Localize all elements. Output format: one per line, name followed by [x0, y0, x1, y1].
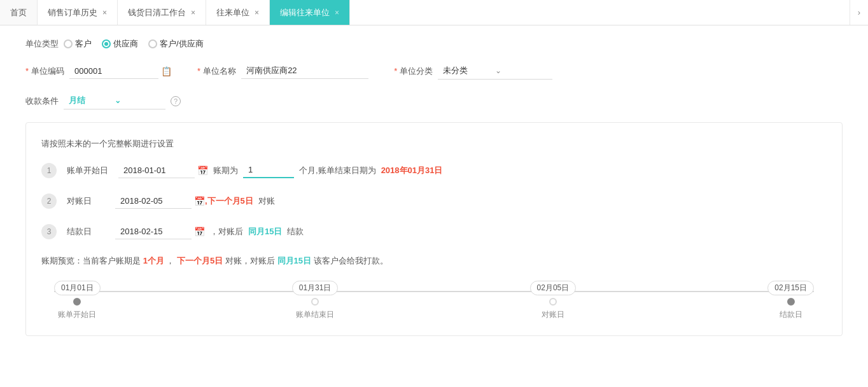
- unit-name-input[interactable]: [241, 64, 368, 79]
- timeline-point-4: 02月15日 结款日: [767, 281, 814, 320]
- unit-type-row: 单位类型 客户 供应商 客户/供应商: [25, 38, 843, 50]
- unit-code-star: *: [25, 66, 29, 76]
- tab-close-edit[interactable]: ×: [335, 8, 339, 17]
- preview-teal: 同月15日: [277, 256, 311, 265]
- tab-edit-partner[interactable]: 编辑往来单位 ×: [270, 0, 350, 25]
- panel-title: 请按照未来的一个完整帐期进行设置: [41, 138, 827, 150]
- radio-circle-supplier: [102, 39, 111, 48]
- tab-home-label: 首页: [10, 7, 27, 18]
- tab-sales-order-history[interactable]: 销售订单历史 ×: [38, 0, 118, 25]
- timeline-badge-3: 02月05日: [530, 281, 577, 295]
- radio-circle-both: [148, 39, 157, 48]
- preview-orange1: 1个月: [143, 256, 164, 265]
- step-2-orange: ,下一个月5日: [205, 195, 253, 207]
- step-row-1: 1 账单开始日 📅 账期为 个月,账单结束日期为 2018年01月31日: [41, 162, 827, 178]
- preview-text: 账期预览：当前客户账期是 1个月 ， 下一个月5日 对账，对账后 同月15日 该…: [41, 255, 827, 268]
- step-3-teal: 同月15日: [248, 226, 282, 237]
- radio-customer-label: 客户: [75, 38, 92, 50]
- step-label-1: 账单开始日: [67, 165, 108, 176]
- step-period-value[interactable]: [243, 162, 294, 178]
- collection-dropdown[interactable]: 月结 ⌄: [64, 92, 165, 109]
- unit-class-star: *: [394, 66, 397, 76]
- main-content: 单位类型 客户 供应商 客户/供应商 * 单位编码 📋 * 单位名称: [0, 25, 868, 387]
- chevron-down-icon: ⌄: [495, 66, 547, 75]
- radio-both[interactable]: 客户/供应商: [148, 38, 204, 50]
- radio-supplier[interactable]: 供应商: [102, 38, 138, 50]
- step-num-3: 3: [41, 224, 57, 239]
- tabs-bar: 首页 销售订单历史 × 钱货日清工作台 × 往来单位 × 编辑往来单位 × ›: [0, 0, 868, 25]
- unit-code-field: * 单位编码 📋: [25, 64, 172, 79]
- unit-class-label: 单位分类: [400, 66, 433, 77]
- collection-value: 月结: [69, 95, 115, 106]
- tab-label: 钱货日清工作台: [128, 7, 186, 18]
- timeline-dot-4: [787, 298, 795, 306]
- unit-class-dropdown[interactable]: 未分类 ⌄: [438, 62, 552, 80]
- unit-info-row: * 单位编码 📋 * 单位名称 * 单位分类 未分类 ⌄: [25, 62, 843, 80]
- timeline-sublabel-2: 账单结束日: [296, 309, 334, 320]
- timeline-sublabel-1: 账单开始日: [58, 309, 96, 320]
- timeline-point-1: 01月01日 账单开始日: [54, 281, 101, 320]
- step-date-2[interactable]: [115, 194, 192, 209]
- timeline-dot-2: [311, 298, 319, 306]
- timeline: 01月01日 账单开始日 01月31日 账单结束日 02月05日 对账日: [41, 281, 827, 320]
- step-period-unit: 个月,账单结束日期为: [299, 165, 376, 176]
- radio-both-label: 客户/供应商: [160, 38, 204, 50]
- step-date-3[interactable]: [115, 224, 192, 239]
- step-end-date-highlight: 2018年01月31日: [381, 165, 443, 176]
- unit-code-input[interactable]: [69, 64, 158, 79]
- unit-name-star: *: [197, 66, 200, 76]
- unit-classification-field: * 单位分类 未分类 ⌄: [394, 62, 552, 80]
- tab-label: 编辑往来单位: [280, 7, 330, 18]
- calendar-icon-2[interactable]: 📅: [194, 196, 205, 206]
- timeline-point-2: 01月31日 账单结束日: [292, 281, 339, 320]
- copy-icon[interactable]: 📋: [161, 66, 172, 76]
- tab-partner-unit[interactable]: 往来单位 ×: [206, 0, 270, 25]
- unit-type-label: 单位类型: [25, 38, 59, 50]
- timeline-points: 01月01日 账单开始日 01月31日 账单结束日 02月05日 对账日: [54, 281, 814, 320]
- calendar-icon-3[interactable]: 📅: [194, 227, 205, 237]
- settings-panel: 请按照未来的一个完整帐期进行设置 1 账单开始日 📅 账期为 个月,账单结束日期…: [25, 122, 843, 336]
- tab-label: 销售订单历史: [48, 7, 97, 18]
- tab-more-arrow[interactable]: ›: [850, 0, 868, 25]
- step-num-1: 1: [41, 163, 57, 178]
- tab-cash-work[interactable]: 钱货日清工作台 ×: [118, 0, 206, 25]
- preview-prefix: 账期预览：当前客户账期是: [41, 256, 141, 265]
- step-3-prefix: ，对账后: [210, 226, 243, 237]
- radio-customer[interactable]: 客户: [64, 38, 92, 50]
- unit-name-label: 单位名称: [203, 66, 236, 77]
- timeline-sublabel-4: 结款日: [780, 309, 802, 320]
- collection-condition-row: 收款条件 月结 ⌄ ?: [25, 92, 843, 109]
- step-2-suffix: 对账: [258, 195, 275, 207]
- tab-close-sales[interactable]: ×: [102, 8, 107, 17]
- radio-supplier-label: 供应商: [113, 38, 138, 50]
- tab-close-cash[interactable]: ×: [191, 8, 195, 17]
- step-period-text: 账期为: [213, 165, 238, 176]
- collection-chevron-icon: ⌄: [115, 96, 160, 105]
- radio-circle-customer: [64, 39, 73, 48]
- tab-label: 往来单位: [216, 7, 249, 18]
- step-3-end: 结款: [287, 226, 304, 237]
- calendar-icon-1[interactable]: 📅: [197, 165, 208, 176]
- unit-code-label: 单位编码: [31, 66, 64, 77]
- step-label-3: 结款日: [67, 226, 105, 237]
- timeline-dot-1: [73, 298, 81, 306]
- timeline-badge-2: 01月31日: [292, 281, 339, 295]
- step-row-3: 3 结款日 📅 ，对账后 同月15日 结款: [41, 224, 827, 239]
- unit-name-field: * 单位名称: [197, 64, 368, 79]
- timeline-dot-3: [549, 298, 557, 306]
- preview-orange2: 下一个月5日: [177, 256, 223, 265]
- step-label-2: 对账日: [67, 195, 105, 207]
- preview-suffix: 该客户会给我打款。: [314, 256, 388, 265]
- tab-home[interactable]: 首页: [0, 0, 38, 25]
- timeline-badge-1: 01月01日: [54, 281, 101, 295]
- step-num-2: 2: [41, 194, 57, 209]
- step-date-1[interactable]: [118, 163, 195, 178]
- tab-close-partner[interactable]: ×: [255, 8, 259, 17]
- arrow-icon: ›: [858, 8, 860, 17]
- help-icon[interactable]: ?: [171, 96, 181, 106]
- step-row-2: 2 对账日 📅 ,下一个月5日 对账: [41, 194, 827, 209]
- unit-type-radio-group: 客户 供应商 客户/供应商: [64, 38, 204, 50]
- timeline-sublabel-3: 对账日: [542, 309, 564, 320]
- preview-mid1: ，: [166, 256, 174, 265]
- timeline-badge-4: 02月15日: [767, 281, 814, 295]
